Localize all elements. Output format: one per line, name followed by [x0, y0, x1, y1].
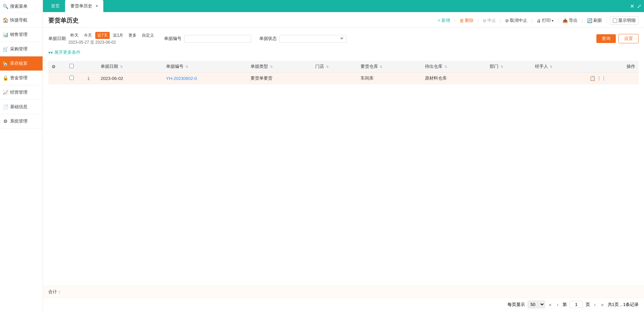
sidebar-item-label: 资金管理: [10, 75, 28, 81]
row-num-cell: 1: [84, 73, 97, 84]
sales-icon: 📊: [3, 32, 8, 37]
date-btn-more[interactable]: 更多: [126, 32, 139, 39]
table-pendingwarehouse-label: 待出仓库: [425, 64, 442, 69]
resize-window-icon[interactable]: ⤢: [637, 3, 641, 9]
sidebar-item-label: 快捷导航: [10, 17, 28, 23]
display-cell-button[interactable]: 显示明细: [610, 16, 639, 25]
settings-button[interactable]: 设置: [619, 34, 639, 43]
date-buttons: 昨天 今天 近7天 近1月 更多 自定义: [68, 32, 156, 39]
tab-home[interactable]: 首页: [46, 0, 65, 12]
sort-icon: ⇅: [270, 65, 273, 69]
doc-num-filter-group: 单据编号: [164, 35, 251, 43]
page-input[interactable]: [570, 301, 583, 308]
row-checkbox[interactable]: [69, 76, 74, 80]
print-button[interactable]: 🖨 打印 ▾: [535, 17, 555, 24]
query-button[interactable]: 查询: [596, 34, 616, 43]
sidebar-item-purchase[interactable]: 🛒 采购管理: [0, 42, 43, 56]
table-store-header[interactable]: 门店 ⇅: [312, 61, 357, 73]
table-footer: 合计：: [43, 286, 644, 298]
export-icon: 📤: [562, 18, 568, 23]
page-title: 要货单历史: [48, 16, 78, 25]
stop-button-label: 中止: [487, 17, 496, 24]
sort-icon: ⇅: [444, 65, 447, 69]
toolbar-sep7: |: [606, 18, 607, 23]
sidebar-item-inventory[interactable]: 🏡 库存核算: [0, 56, 43, 71]
table-settings-header[interactable]: ⚙: [48, 61, 59, 73]
close-window-icon[interactable]: ✕: [630, 3, 634, 9]
date-btn-yesterday[interactable]: 昨天: [68, 32, 80, 39]
date-btn-7days[interactable]: 近7天: [95, 32, 110, 39]
refresh-icon: 🔄: [587, 18, 592, 23]
operations-icon: 📈: [3, 90, 8, 95]
prev-page-btn[interactable]: ‹: [555, 301, 560, 308]
sidebar-item-operations[interactable]: 📈 经营管理: [0, 85, 43, 100]
next-page-btn[interactable]: ›: [593, 301, 597, 308]
sidebar-item-basic[interactable]: 📄 基础信息: [0, 100, 43, 114]
sidebar-search[interactable]: 🔍 搜索菜单: [0, 0, 43, 13]
table-reqwarehouse-header[interactable]: 要货仓库 ⇅: [357, 61, 422, 73]
cancel-stop-icon: ⊘: [505, 18, 509, 23]
total-label: 合计：: [48, 289, 61, 294]
table-pendingwarehouse-header[interactable]: 待出仓库 ⇅: [422, 61, 486, 73]
tab-bar-right: ✕ ⤢: [630, 3, 641, 9]
stop-icon: ⊘: [483, 18, 486, 23]
doc-num-input[interactable]: [184, 35, 251, 43]
sidebar-search-label: 搜索菜单: [10, 3, 28, 9]
sidebar-item-system[interactable]: ⚙ 系统管理: [0, 114, 43, 129]
table-doctype-header[interactable]: 单据类型 ⇅: [247, 61, 312, 73]
toolbar-sep6: |: [582, 18, 583, 23]
table-handler-header[interactable]: 经手人 ⇅: [532, 61, 587, 73]
sidebar-item-label: 经营管理: [10, 89, 28, 95]
print-chevron-icon: ▾: [552, 19, 553, 23]
table-docdate-label: 单据日期: [101, 64, 118, 69]
date-btn-custom[interactable]: 自定义: [140, 32, 156, 39]
toolbar-sep5: |: [557, 18, 558, 23]
tab-requisition-history[interactable]: 要货单历史 ×: [65, 0, 103, 12]
row-store-cell: [312, 73, 357, 84]
per-page-select[interactable]: 20 50 100: [528, 301, 545, 308]
date-filter-label: 单据日期: [48, 36, 66, 42]
main-content: 首页 要货单历史 × ✕ ⤢ 要货单历史 + 新增 | 🗑 删除 |: [43, 0, 644, 311]
display-cell-checkbox[interactable]: [613, 18, 617, 23]
expand-label: 展开更多条件: [54, 49, 80, 55]
table-handler-label: 经手人: [535, 64, 548, 69]
date-btn-1month[interactable]: 近1月: [111, 32, 125, 39]
date-btn-today[interactable]: 今天: [82, 32, 94, 39]
row-handler-cell: [532, 73, 587, 84]
inventory-icon: 🏡: [3, 61, 8, 66]
delete-button[interactable]: 🗑 删除: [458, 17, 475, 24]
table-dept-header[interactable]: 部门 ⇅: [486, 61, 531, 73]
delete-button-label: 删除: [465, 17, 474, 24]
cancel-stop-button[interactable]: ⊘ 取消中止: [504, 17, 529, 24]
sidebar-item-finance[interactable]: 🔒 资金管理: [0, 71, 43, 85]
stop-button[interactable]: ⊘ 中止: [481, 17, 497, 24]
sidebar: 🔍 搜索菜单 🏠 快捷导航 📊 销售管理 🛒 采购管理 🏡 库存核算 🔒 资金管…: [0, 0, 43, 311]
new-button[interactable]: + 新增: [436, 17, 451, 24]
first-page-btn[interactable]: «: [548, 301, 553, 308]
delete-icon: 🗑: [460, 18, 464, 23]
view-action-icon[interactable]: 📋: [590, 76, 595, 81]
more-action-icon[interactable]: ⋮⋮: [597, 76, 606, 81]
table-docnum-header[interactable]: 单据编号 ⇅: [163, 61, 247, 73]
toolbar: + 新增 | 🗑 删除 | ⊘ 中止 | ⊘ 取消中止 |: [436, 16, 639, 25]
sidebar-item-label: 系统管理: [10, 118, 28, 124]
doc-link[interactable]: YH-20230602-0: [166, 76, 197, 81]
row-pendingwarehouse-cell: 原材料仓库: [422, 73, 486, 84]
table-checkbox-header: [59, 61, 84, 73]
table-rownum-header: [84, 61, 97, 73]
sidebar-item-label: 采购管理: [10, 46, 28, 52]
table-header-row: ⚙ 单据日期 ⇅ 单据编号 ⇅: [48, 61, 639, 73]
row-docnum-cell[interactable]: YH-20230602-0: [163, 73, 247, 84]
select-all-checkbox[interactable]: [69, 64, 74, 68]
table-action-header: 操作: [586, 61, 639, 73]
sidebar-item-sales[interactable]: 📊 销售管理: [0, 28, 43, 42]
expand-button[interactable]: ▾▾ 展开更多条件: [48, 49, 639, 55]
export-button[interactable]: 📤 导出: [561, 17, 579, 24]
sidebar-item-quick-nav[interactable]: 🏠 快捷导航: [0, 13, 43, 28]
tab-close-icon[interactable]: ×: [96, 0, 98, 12]
table-row: 1 2023-06-02 YH-20230602-0 要货单要货 车间库 原材料…: [48, 73, 639, 84]
last-page-btn[interactable]: »: [600, 301, 605, 308]
refresh-button[interactable]: 🔄 刷新: [586, 17, 603, 24]
status-select[interactable]: [279, 35, 346, 43]
table-docdate-header[interactable]: 单据日期 ⇅: [97, 61, 163, 73]
